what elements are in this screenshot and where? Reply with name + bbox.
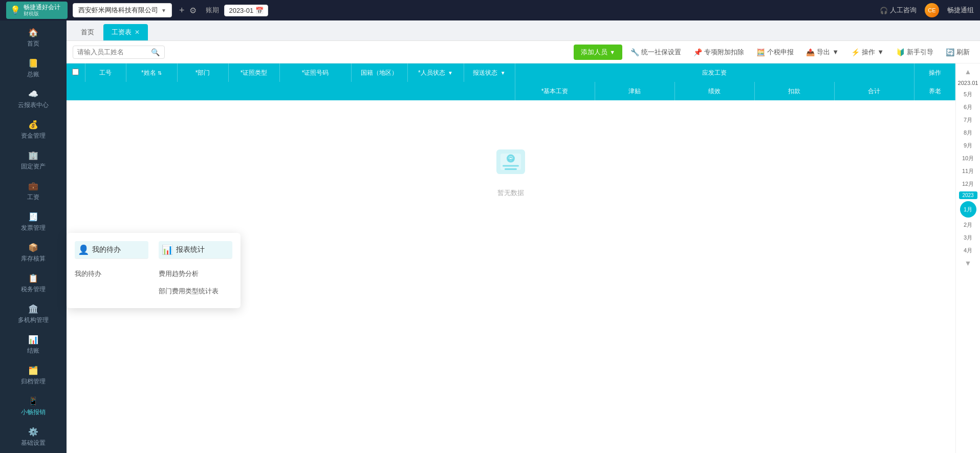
sidebar-item-settlement[interactable]: 📊 结账	[0, 330, 67, 360]
tab-home[interactable]: 首页	[73, 24, 102, 40]
guide-button[interactable]: 🔰 新手引导	[892, 46, 938, 59]
operations-icon: ⚡	[851, 48, 860, 56]
sidebar-item-archive[interactable]: 🗂️ 归档管理	[0, 360, 67, 391]
no-data-row: 暂无数据	[67, 100, 955, 239]
sort-icon: ⇅	[158, 70, 162, 76]
xiaochang-icon: 📱	[28, 396, 38, 406]
table-header-row2: *基本工资 津贴 绩效 扣款 合计 养老	[67, 82, 955, 100]
timeline-month-4[interactable]: 4月	[956, 244, 980, 257]
todo-icon: 👤	[78, 244, 89, 255]
avatar[interactable]: CE	[925, 3, 939, 17]
report-icon: 📊	[162, 244, 173, 255]
logo-icon: 💡	[10, 5, 20, 15]
logo-text: 畅捷通好会计 财税版	[24, 4, 60, 17]
sidebar-label: 发票管理	[21, 224, 46, 232]
special-deduct-label: 专项附加扣除	[704, 48, 744, 57]
timeline-month-8[interactable]: 8月	[956, 126, 980, 139]
company-selector[interactable]: 西安虾米网络科技有限公司 ▼	[73, 3, 172, 17]
timeline-month-3[interactable]: 3月	[956, 231, 980, 244]
settings-icon[interactable]: ⚙	[189, 6, 197, 15]
toolbar: 🔍 添加人员 ▼ 🔧 统一社保设置 📌 专项附加扣除 🧮 个税申报 📤	[67, 41, 980, 63]
timeline-nav-down[interactable]: ▼	[963, 257, 974, 269]
person-status-header: *人员状态 ▼	[407, 63, 464, 82]
no-data-text: 暂无数据	[497, 188, 524, 198]
sidebar-item-ledger[interactable]: 📒 总账	[0, 53, 67, 84]
sidebar-item-home[interactable]: 🏠 首页	[0, 23, 67, 53]
sidebar-item-invoice[interactable]: 🧾 发票管理	[0, 207, 67, 238]
no-data-area: 暂无数据	[67, 100, 955, 239]
headset-icon: 🎧	[880, 7, 888, 14]
sidebar-item-finance[interactable]: 💰 资金管理	[0, 115, 67, 145]
operations-button[interactable]: ⚡ 操作 ▼	[847, 46, 888, 59]
sidebar-label: 工资	[27, 193, 39, 202]
popup-item-my-todo[interactable]: 我的待办	[75, 265, 148, 283]
export-button[interactable]: 📤 导出 ▼	[802, 46, 843, 59]
add-company-icon[interactable]: +	[179, 5, 185, 16]
timeline-year: 2023.01	[958, 78, 978, 88]
check-all-header[interactable]	[67, 63, 85, 82]
check-all-checkbox[interactable]	[72, 69, 79, 75]
refresh-icon: 🔄	[946, 48, 954, 56]
report-status-header: 报送状态 ▼	[464, 63, 515, 82]
timeline-month-1[interactable]: 1月	[960, 201, 976, 218]
timeline-nav-up[interactable]: ▲	[963, 66, 974, 78]
home-icon: 🏠	[28, 28, 38, 37]
timeline-month-9[interactable]: 9月	[956, 139, 980, 152]
special-deduct-button[interactable]: 📌 专项附加扣除	[689, 46, 748, 59]
sidebar-item-inventory[interactable]: 📦 库存核算	[0, 238, 67, 268]
timeline-month-5[interactable]: 5月	[956, 88, 980, 101]
popup-item-cost-trend[interactable]: 费用趋势分析	[159, 265, 232, 283]
tab-close-icon[interactable]: ✕	[135, 29, 140, 36]
sidebar-item-salary[interactable]: 💼 工资	[0, 176, 67, 207]
timeline-month-7[interactable]: 7月	[956, 114, 980, 126]
report-filter-icon[interactable]: ▼	[500, 70, 506, 76]
period-value[interactable]: 2023-01 📅	[224, 5, 268, 16]
sidebar-label: 云报表中心	[18, 101, 49, 110]
refresh-button[interactable]: 🔄 刷新	[942, 46, 974, 59]
top-bar: 💡 畅捷通好会计 财税版 西安虾米网络科技有限公司 ▼ + ⚙ 账期 2023-…	[0, 0, 980, 20]
sidebar-label: 税务管理	[21, 285, 46, 294]
operations-label: 操作	[862, 48, 875, 57]
name-header: *姓名 ⇅	[126, 63, 177, 82]
period-label: 账期	[206, 6, 219, 15]
invoice-icon: 🧾	[28, 212, 38, 222]
sidebar-item-fixed-assets[interactable]: 🏢 固定资产	[0, 145, 67, 176]
search-input[interactable]	[77, 48, 149, 56]
service-button[interactable]: 🎧 人工咨询	[880, 6, 917, 15]
sidebar-item-tax[interactable]: 📋 税务管理	[0, 268, 67, 299]
popup-todo-header: 👤 我的待办	[75, 241, 148, 259]
popup-item-dept-cost[interactable]: 部门费用类型统计表	[159, 283, 232, 300]
tab-salary-table[interactable]: 工资表 ✕	[103, 24, 148, 40]
sidebar-item-xiaochang[interactable]: 📱 小畅报销	[0, 391, 67, 422]
timeline-month-2[interactable]: 2月	[956, 219, 980, 231]
timeline-month-10[interactable]: 10月	[956, 152, 980, 165]
social-insurance-button[interactable]: 🔧 统一社保设置	[626, 46, 685, 59]
sidebar-label: 固定资产	[21, 162, 46, 171]
logo[interactable]: 💡 畅捷通好会计 财税版	[6, 2, 68, 19]
timeline-month-11[interactable]: 11月	[956, 165, 980, 178]
popup-todo-title: 我的待办	[92, 245, 121, 254]
add-person-button[interactable]: 添加人员 ▼	[574, 45, 622, 60]
calendar-icon: 📅	[255, 7, 264, 14]
user-name: 畅捷通组	[947, 6, 974, 15]
timeline-month-6[interactable]: 6月	[956, 101, 980, 114]
deduct-icon: 📌	[693, 48, 702, 56]
basic-settings-icon: ⚙️	[28, 427, 38, 437]
table-header-row1: 工号 *姓名 ⇅ *部门 *证照类型 *证照号码 国籍（地区） *人员状态 ▼	[67, 63, 955, 82]
sidebar-item-cloud-report[interactable]: ☁️ 云报表中心	[0, 84, 67, 115]
sidebar-item-basic-settings[interactable]: ⚙️ 基础设置	[0, 422, 67, 452]
id-num-header: *证照号码	[279, 63, 351, 82]
sidebar-item-multi-org[interactable]: 🏛️ 多机构管理	[0, 299, 67, 330]
search-icon[interactable]: 🔍	[151, 48, 160, 56]
tab-bar: 首页 工资表 ✕	[67, 20, 980, 41]
svg-rect-4	[505, 168, 517, 170]
year-badge-2023: 2023	[959, 191, 977, 199]
timeline-month-12[interactable]: 12月	[956, 178, 980, 190]
finance-icon: 💰	[28, 120, 38, 130]
no-header: 工号	[85, 63, 126, 82]
individual-tax-button[interactable]: 🧮 个税申报	[752, 46, 798, 59]
filter-icon[interactable]: ▼	[448, 70, 453, 76]
salary-table: 工号 *姓名 ⇅ *部门 *证照类型 *证照号码 国籍（地区） *人员状态 ▼	[67, 63, 955, 239]
popup-col-todo: 👤 我的待办 我的待办	[75, 241, 148, 300]
deduction-header: 扣款	[754, 82, 834, 100]
